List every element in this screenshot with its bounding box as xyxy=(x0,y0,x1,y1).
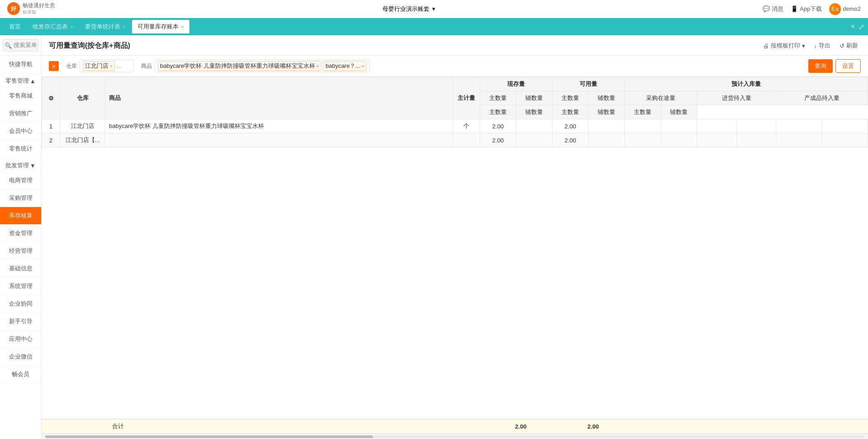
row2-goods-aux xyxy=(736,133,776,147)
sidebar-item-enterprise[interactable]: 企业协同 xyxy=(0,295,41,313)
sidebar-item-system[interactable]: 系统管理 xyxy=(0,278,41,295)
sidebar-item-retail-stat[interactable]: 零售统计 xyxy=(0,140,41,158)
sidebar-item-inventory[interactable]: 库存核算 xyxy=(0,207,41,225)
message-btn[interactable]: 💬 消息 xyxy=(763,5,783,13)
sidebar-item-marketing[interactable]: 营销推广 xyxy=(0,105,41,123)
row2-product xyxy=(105,133,453,147)
table-footer: 合计 2.00 2.00 xyxy=(42,419,868,434)
sidebar-item-finance[interactable]: 资金管理 xyxy=(0,225,41,242)
row1-product-aux xyxy=(822,119,868,133)
th-settings-icon[interactable]: ⚙ xyxy=(42,77,60,119)
tab-requisition-label: 要货单统计表 xyxy=(85,23,120,31)
tab-requisition-close[interactable]: × xyxy=(123,24,126,29)
tab-receivable-close[interactable]: × xyxy=(71,24,73,29)
product-tag-1-close[interactable]: × xyxy=(316,64,319,69)
row1-available-aux xyxy=(589,119,625,133)
page-header-actions: 🖨 按模板打印 ▾ ↓ 导出 ↺ 刷新 xyxy=(760,40,861,52)
th-product-main: 主数量 xyxy=(625,105,661,119)
top-bar: 好 畅捷通好生意 标准版 母婴行业演示账套 ▾ 💬 消息 📱 App下载 Ea … xyxy=(0,0,868,18)
row1-unit: 个 xyxy=(453,119,480,133)
row1-purchase-aux xyxy=(661,119,697,133)
row1-stock-aux xyxy=(516,119,552,133)
warehouse-tag-text: 江北门店 xyxy=(85,62,108,70)
search-icon: 🔍 xyxy=(5,42,12,49)
expand-filter-btn[interactable]: » xyxy=(49,61,59,71)
sidebar-item-operations[interactable]: 经营管理 xyxy=(0,242,41,260)
th-goods-main: 主数量 xyxy=(552,105,589,119)
th-purchase-main: 主数量 xyxy=(480,105,516,119)
th-purchase-transit: 采购在途量 xyxy=(625,91,697,105)
filter-bar: » 仓库 江北门店 × ... 商品 babycare学饮杯 儿童防摔防撞吸管杯… xyxy=(42,56,868,77)
user-area[interactable]: Ea demo2 xyxy=(829,3,861,15)
main-table: ⚙ 仓库 商品 主计量 现存量 可用量 预计入库量 主数量 辅数量 主数量 辅数… xyxy=(42,77,868,147)
th-available-group: 可用量 xyxy=(552,77,625,91)
sidebar-operations-label: 经营管理 xyxy=(9,247,33,255)
product-filter-value[interactable]: babycare学饮杯 儿童防摔防撞吸管杯重力球吸嘴杯宝宝水杯 × babyca… xyxy=(155,60,370,72)
warehouse-filter-more[interactable]: ... xyxy=(117,63,121,69)
sidebar-marketing-label: 营销推广 xyxy=(9,109,33,118)
sidebar-newbie-label: 新手引导 xyxy=(9,317,33,326)
chevron-down-icon: ▾ xyxy=(432,5,435,12)
sidebar-item-basic[interactable]: 基础信息 xyxy=(0,260,41,278)
tab-requisition[interactable]: 要货单统计表 × xyxy=(80,20,131,33)
product-filter-label: 商品 xyxy=(141,62,152,70)
th-stock-aux: 辅数量 xyxy=(516,91,552,105)
sidebar-item-retail-store[interactable]: 零售商城 xyxy=(0,87,41,105)
close-all-btn[interactable]: × xyxy=(851,23,855,31)
sidebar-item-newbie[interactable]: 新手引导 xyxy=(0,313,41,330)
refresh-btn[interactable]: ↺ 刷新 xyxy=(837,40,861,52)
warehouse-tag-close[interactable]: × xyxy=(110,64,113,69)
sidebar-item-app-center[interactable]: 应用中心 xyxy=(0,330,41,348)
logo-icon: 好 xyxy=(7,2,20,15)
print-btn[interactable]: 🖨 按模板打印 ▾ xyxy=(760,40,808,52)
sidebar-item-ecommerce[interactable]: 电商管理 xyxy=(0,172,41,189)
row2-unit xyxy=(453,133,480,147)
product-tag-2: babycare？... × xyxy=(323,61,367,71)
row1-goods-aux xyxy=(736,119,776,133)
print-icon: 🖨 xyxy=(763,42,769,49)
sidebar-item-purchase[interactable]: 采购管理 xyxy=(0,189,41,207)
row1-goods-main xyxy=(697,119,737,133)
sidebar-item-wholesale[interactable]: 批发管理 ▼ xyxy=(0,158,41,172)
query-btn[interactable]: 查询 xyxy=(808,59,833,73)
bottom-scrollbar[interactable] xyxy=(42,434,868,439)
row2-stock-main: 2.00 xyxy=(480,133,516,147)
sidebar-item-retail[interactable]: 零售管理 ▲ xyxy=(0,73,41,87)
tab-available-close[interactable]: × xyxy=(181,24,184,29)
industry-selector[interactable]: 母婴行业演示账套 ▾ xyxy=(382,5,435,13)
row2-product-main xyxy=(776,133,822,147)
scroll-thumb xyxy=(45,435,373,438)
table-row: 1 江北门店 babycare学饮杯 儿童防摔防撞吸管杯重力球吸嘴杯宝宝水杯 个… xyxy=(42,119,868,133)
export-btn[interactable]: ↓ 导出 xyxy=(811,40,834,52)
row2-seq: 2 xyxy=(42,133,60,147)
sidebar-search-btn[interactable]: 🔍 搜索菜单 xyxy=(3,39,38,52)
row1-stock-main: 2.00 xyxy=(480,119,516,133)
restore-btn[interactable]: ⤢ xyxy=(859,23,864,31)
product-tag-2-close[interactable]: × xyxy=(362,64,364,69)
row1-warehouse: 江北门店 xyxy=(60,119,105,133)
row2-warehouse: 江北门店【... xyxy=(60,133,105,147)
sidebar-item-member[interactable]: 会员中心 xyxy=(0,123,41,140)
refresh-icon: ↺ xyxy=(840,42,844,49)
sidebar-item-enterprise-wx[interactable]: 企业微信 xyxy=(0,348,41,366)
message-label: 消息 xyxy=(772,5,783,13)
sidebar-retail-stat-label: 零售统计 xyxy=(9,145,33,153)
warehouse-filter-value[interactable]: 江北门店 × ... xyxy=(80,60,134,72)
product-tag-1: babycare学饮杯 儿童防摔防撞吸管杯重力球吸嘴杯宝宝水杯 × xyxy=(158,61,321,71)
top-bar-left: 好 畅捷通好生意 标准版 xyxy=(7,2,55,15)
sidebar-item-member2[interactable]: 畅会员 xyxy=(0,366,41,383)
main-layout: 🔍 搜索菜单 快捷导航 零售管理 ▲ 零售商城 营销推广 会员中心 零售统计 批… xyxy=(0,35,868,439)
settings-btn[interactable]: 设置 xyxy=(835,59,861,73)
tab-receivable[interactable]: 收发存汇总表 × xyxy=(27,20,79,33)
app-download-btn[interactable]: 📱 App下载 xyxy=(791,5,822,13)
app-download-label: App下载 xyxy=(800,5,822,13)
sidebar-item-shortcut[interactable]: 快捷导航 xyxy=(0,56,41,73)
table-row: 2 江北门店【... 2.00 2.00 xyxy=(42,133,868,147)
tab-nav-actions: × ⤢ xyxy=(851,23,864,31)
tab-available[interactable]: 可用量库存账本 × xyxy=(132,20,189,33)
logo-area: 好 畅捷通好生意 标准版 xyxy=(7,2,55,15)
tab-home[interactable]: 首页 xyxy=(4,20,26,33)
th-available-aux: 辅数量 xyxy=(589,91,625,105)
row1-available-main: 2.00 xyxy=(552,119,589,133)
th-goods-pending: 进货待入量 xyxy=(697,91,776,105)
